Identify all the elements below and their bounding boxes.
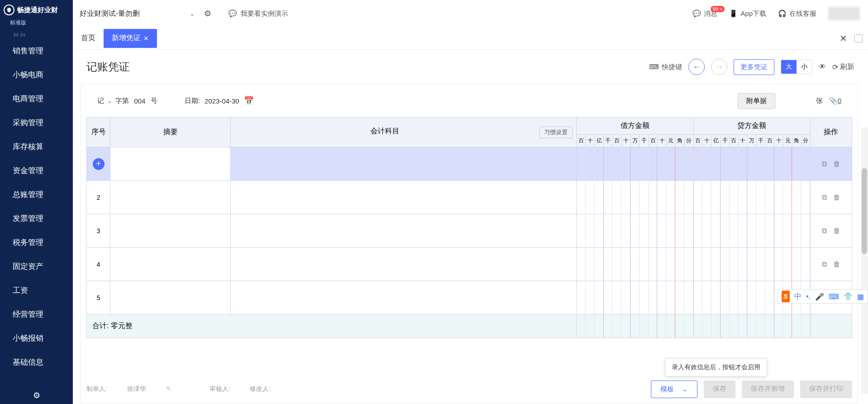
close-panel-icon[interactable]: ✕ — [840, 33, 847, 44]
brand-name: 畅捷通好业财 — [17, 6, 58, 14]
voucher-number-input[interactable] — [129, 97, 151, 105]
copy-icon[interactable]: ⧉ — [822, 260, 827, 268]
modifier: 修改人: — [250, 385, 270, 392]
template-button[interactable]: 模板 ⌄ — [651, 381, 697, 398]
ime-skin-icon[interactable]: 👕 — [844, 292, 853, 301]
th-ops: 操作 — [810, 117, 852, 147]
nav-item-purchase[interactable]: 采购管理 — [0, 111, 73, 135]
chat-icon: 💬 — [693, 9, 701, 18]
nav-list: 首页 销售管理 小畅电商 电商管理 采购管理 库存核算 资金管理 总账管理 发票… — [0, 33, 73, 374]
nav-item-ecom[interactable]: 电商管理 — [0, 87, 73, 111]
nav-item-salary[interactable]: 工资 — [0, 278, 73, 302]
next-button[interactable]: → — [711, 59, 727, 75]
voucher-table: 序号 摘要 会计科目 习惯设置 借方金额 贷方金额 操作 百十亿千百十万千百十元… — [86, 117, 852, 338]
nav-item-xcds[interactable]: 小畅电商 — [0, 63, 73, 87]
more-voucher-button[interactable]: 更多凭证 — [734, 59, 774, 75]
subject-cell[interactable] — [230, 214, 576, 248]
habit-button[interactable]: 习惯设置 — [539, 127, 573, 138]
nav-item-sales[interactable]: 销售管理 — [0, 39, 73, 63]
avatar[interactable] — [828, 7, 860, 20]
subject-cell[interactable] — [230, 181, 576, 214]
nav-item-asset[interactable]: 固定资产 — [0, 254, 73, 278]
shortcut-button[interactable]: ⌨ 快捷键 — [649, 63, 682, 71]
refresh-button[interactable]: ⟳ 刷新 — [832, 62, 854, 72]
ime-toolbar[interactable]: S 中 •, 🎤 ⌨ 👕 ▦ — [778, 289, 868, 304]
attach-button[interactable]: 附单据 — [738, 93, 775, 109]
refresh-label: 刷新 — [840, 62, 854, 72]
ime-lang[interactable]: 中 — [794, 292, 802, 301]
table-row[interactable]: 5⧉🗑 — [87, 281, 852, 315]
v-hao: 号 — [151, 97, 157, 105]
nav-item-tax[interactable]: 税务管理 — [0, 230, 73, 254]
prev-button[interactable]: ← — [688, 59, 705, 75]
messages-button[interactable]: 💬 消息 99 + — [693, 9, 717, 18]
v-zidi: 字第 — [115, 97, 129, 105]
add-row-icon[interactable]: + — [93, 158, 104, 170]
chevron-down-icon[interactable]: ⌄ — [107, 97, 113, 105]
nav-item-mgmt[interactable]: 经营管理 — [0, 302, 73, 326]
delete-icon[interactable]: 🗑 — [833, 193, 840, 202]
v-type[interactable]: 记 — [97, 97, 104, 105]
keyboard-icon: ⌨ — [649, 63, 659, 71]
nav-item-clipped[interactable]: 首页 — [0, 33, 73, 39]
calendar-icon[interactable]: 📅 — [244, 96, 254, 106]
nav-item-gl[interactable]: 总账管理 — [0, 183, 73, 207]
app-download[interactable]: 📱 App下载 — [729, 9, 766, 18]
edition-label: 标准版 — [0, 18, 73, 27]
tab-home[interactable]: 首页 — [73, 29, 104, 48]
refresh-icon: ⟳ — [832, 63, 838, 71]
size-small[interactable]: 小 — [797, 60, 812, 74]
tenant-select[interactable]: 好业财测试-量勿删 ⌄ — [80, 9, 195, 19]
nav-item-expense[interactable]: 小畅报销 — [0, 326, 73, 350]
summary-input[interactable] — [113, 150, 228, 176]
delete-icon[interactable]: 🗑 — [833, 260, 840, 268]
shortcut-label: 快捷键 — [662, 63, 682, 71]
ime-mic-icon[interactable]: 🎤 — [815, 292, 824, 301]
copy-icon[interactable]: ⧉ — [822, 193, 827, 202]
nav-item-base[interactable]: 基础信息 — [0, 350, 73, 374]
clip-icon[interactable]: 📎0 — [829, 97, 841, 105]
auditor: 审核人: — [209, 385, 230, 392]
sidebar: 畅捷通好业财 标准版 首页 销售管理 小畅电商 电商管理 采购管理 库存核算 资… — [0, 0, 73, 404]
delete-icon[interactable]: 🗑 — [833, 160, 840, 168]
edit-icon[interactable]: ✎ — [166, 385, 171, 392]
table-row[interactable]: +⧉🗑 — [87, 147, 852, 181]
ime-grid-icon[interactable]: ▦ — [857, 292, 864, 301]
sheets-label: 张 — [816, 97, 823, 105]
th-summary: 摘要 — [110, 117, 231, 147]
nav-item-inventory[interactable]: 库存核算 — [0, 135, 73, 159]
table-row[interactable]: 2⧉🗑 — [87, 181, 852, 214]
chevron-down-icon: ⌄ — [682, 385, 688, 393]
subject-cell[interactable] — [230, 281, 576, 315]
copy-icon[interactable]: ⧉ — [822, 227, 827, 235]
ime-punct-icon[interactable]: •, — [806, 292, 811, 301]
fullscreen-icon[interactable] — [854, 34, 863, 42]
copy-icon[interactable]: ⧉ — [822, 160, 827, 168]
delete-icon[interactable]: 🗑 — [833, 227, 840, 235]
date-field[interactable]: 日期: 2023-04-30 📅 — [185, 96, 254, 106]
eye-icon[interactable]: 👁 — [819, 63, 826, 71]
ime-logo-icon: S — [782, 291, 790, 302]
size-large[interactable]: 大 — [781, 60, 797, 74]
subject-cell[interactable] — [230, 147, 576, 181]
th-idx: 序号 — [87, 117, 110, 147]
tab-new-voucher[interactable]: 新增凭证 ✕ — [104, 29, 157, 48]
th-subject: 会计科目 习惯设置 — [230, 117, 576, 147]
table-row[interactable]: 4⧉🗑 — [87, 248, 852, 281]
settings-icon[interactable]: ⚙ — [204, 9, 211, 19]
cs-label: 在线客服 — [789, 9, 816, 18]
th-debit: 借方金额 — [577, 117, 693, 135]
sidebar-settings-icon[interactable]: ⚙ — [0, 390, 73, 400]
close-icon[interactable]: ✕ — [143, 35, 149, 42]
subject-cell[interactable] — [230, 248, 576, 281]
demo-link[interactable]: 💬 我要看实例演示 — [228, 9, 288, 18]
customer-service[interactable]: 🎧 在线客服 — [778, 9, 816, 18]
date-value: 2023-04-30 — [204, 97, 239, 105]
scrollbar[interactable] — [861, 127, 868, 394]
scroll-thumb[interactable] — [862, 168, 867, 254]
voucher-header: 记 ⌄ 字第 号 日期: 2023-04-30 📅 附单据 张 📎0 — [81, 85, 858, 117]
table-row[interactable]: 3⧉🗑 — [87, 214, 852, 248]
ime-keyboard-icon[interactable]: ⌨ — [829, 292, 839, 301]
nav-item-funds[interactable]: 资金管理 — [0, 159, 73, 183]
nav-item-invoice[interactable]: 发票管理 — [0, 207, 73, 230]
